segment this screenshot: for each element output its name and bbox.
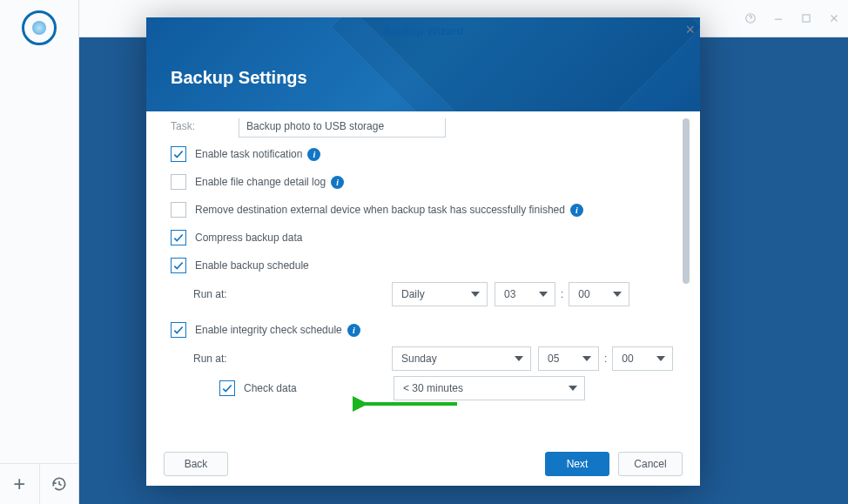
enable-notification-checkbox[interactable] xyxy=(171,146,186,162)
enable-integrity-checkbox[interactable] xyxy=(171,322,186,338)
svg-point-1 xyxy=(750,21,751,22)
scrollbar[interactable] xyxy=(683,118,690,404)
enable-filechange-label: Enable file change detail log xyxy=(195,176,326,188)
compress-label: Compress backup data xyxy=(195,232,302,244)
close-window-icon[interactable] xyxy=(820,4,848,32)
info-icon[interactable]: i xyxy=(307,148,320,161)
schedule-runat-label: Run at: xyxy=(193,288,392,300)
next-button[interactable]: Next xyxy=(545,452,609,476)
app-logo-icon xyxy=(22,10,57,45)
help-icon[interactable] xyxy=(737,4,764,32)
remove-device-label: Remove destination external device when … xyxy=(195,204,565,216)
task-name-input[interactable]: Backup photo to USB storage xyxy=(239,118,446,138)
info-icon[interactable]: i xyxy=(347,324,360,337)
close-icon[interactable]: × xyxy=(685,21,695,39)
check-data-checkbox[interactable] xyxy=(219,380,235,396)
chevron-down-icon xyxy=(471,292,480,297)
task-label: Task: xyxy=(171,120,239,132)
remove-device-checkbox[interactable] xyxy=(171,202,186,218)
time-separator: : xyxy=(561,288,563,300)
back-button[interactable]: Back xyxy=(164,452,228,476)
app-sidebar: + xyxy=(0,0,79,504)
chevron-down-icon xyxy=(613,292,622,297)
settings-scroll-area: Task: Backup photo to USB storage Enable… xyxy=(171,118,676,409)
schedule-frequency-select[interactable]: Daily xyxy=(392,282,488,306)
maximize-icon[interactable] xyxy=(792,4,820,32)
info-icon[interactable]: i xyxy=(331,176,344,189)
chevron-down-icon xyxy=(539,292,548,297)
integrity-runat-label: Run at: xyxy=(193,353,392,365)
add-button[interactable]: + xyxy=(0,464,40,504)
integrity-day-select[interactable]: Sunday xyxy=(392,346,531,371)
dialog-title: Backup Wizard xyxy=(146,17,700,44)
dialog-heading: Backup Settings xyxy=(171,68,700,88)
desktop: + Backup Wizard × Backup Settings Task: … xyxy=(0,0,848,504)
scrollbar-thumb[interactable] xyxy=(683,118,690,284)
cancel-button[interactable]: Cancel xyxy=(618,452,683,476)
integrity-hour-select[interactable]: 05 xyxy=(538,346,599,371)
chevron-down-icon xyxy=(515,356,523,361)
enable-integrity-label: Enable integrity check schedule xyxy=(195,324,342,336)
schedule-minute-select[interactable]: 00 xyxy=(569,282,629,306)
chevron-down-icon xyxy=(656,356,665,361)
compress-checkbox[interactable] xyxy=(171,230,186,245)
check-data-label: Check data xyxy=(244,382,394,394)
enable-schedule-checkbox[interactable] xyxy=(171,258,186,273)
history-icon[interactable] xyxy=(40,464,79,504)
schedule-hour-select[interactable]: 03 xyxy=(495,282,555,306)
enable-schedule-label: Enable backup schedule xyxy=(195,259,309,272)
minimize-icon[interactable] xyxy=(764,4,792,32)
check-duration-select[interactable]: < 30 minutes xyxy=(394,376,585,400)
enable-notification-label: Enable task notification xyxy=(195,148,302,160)
integrity-minute-select[interactable]: 00 xyxy=(612,346,673,371)
backup-wizard-dialog: Backup Wizard × Backup Settings Task: Ba… xyxy=(146,17,700,486)
time-separator: : xyxy=(604,353,607,365)
svg-rect-3 xyxy=(803,15,810,22)
enable-filechange-checkbox[interactable] xyxy=(171,174,186,190)
chevron-down-icon xyxy=(582,356,591,361)
dialog-footer: Back Next Cancel xyxy=(146,442,700,486)
info-icon[interactable]: i xyxy=(570,204,583,217)
chevron-down-icon xyxy=(569,386,577,391)
